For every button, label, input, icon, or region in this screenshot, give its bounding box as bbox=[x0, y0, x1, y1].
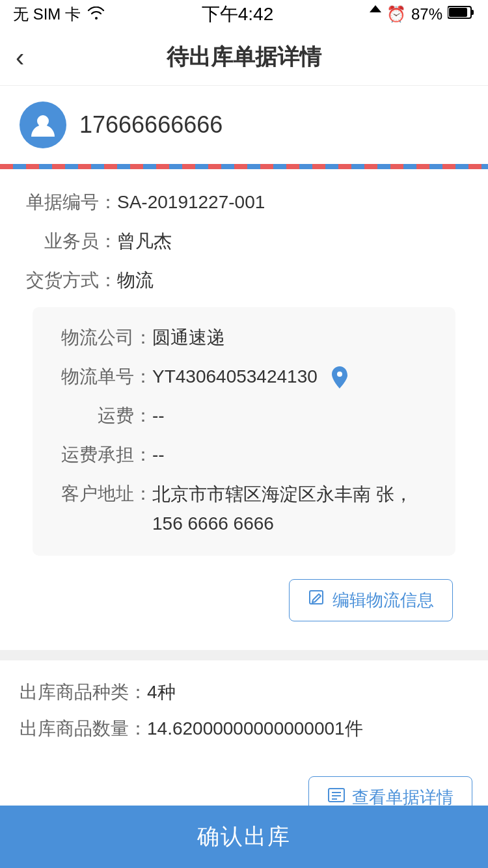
order-id-row: 单据编号： SA-20191227-001 bbox=[20, 189, 468, 216]
confirm-btn-label: 确认出库 bbox=[197, 822, 291, 852]
decorative-divider bbox=[0, 164, 488, 169]
logistics-tracking-value: YT43064053424130 bbox=[152, 363, 440, 390]
person-icon bbox=[29, 111, 57, 139]
freight-bear-row: 运费承担： -- bbox=[48, 441, 440, 468]
back-button[interactable]: ‹ bbox=[16, 44, 24, 70]
order-id-label: 单据编号： bbox=[20, 189, 117, 216]
product-type-row: 出库商品种类： 4种 bbox=[20, 680, 468, 705]
svg-point-5 bbox=[337, 372, 342, 377]
logistics-card: 物流公司： 圆通速递 物流单号： YT43064053424130 运费： -- bbox=[33, 307, 455, 556]
edit-btn-row: 编辑物流信息 bbox=[20, 569, 468, 637]
battery-icon bbox=[448, 5, 475, 23]
staff-value: 曾凡杰 bbox=[117, 228, 468, 255]
product-qty-value: 14.62000000000000001件 bbox=[147, 716, 468, 741]
carrier-label: 无 SIM 卡 bbox=[13, 4, 81, 25]
status-right: ⏰ 87% bbox=[370, 5, 475, 23]
battery-label: 87% bbox=[411, 5, 442, 23]
tracking-number: YT43064053424130 bbox=[152, 363, 318, 390]
customer-phone: 17666666666 bbox=[79, 111, 223, 139]
freight-label: 运费： bbox=[48, 402, 152, 429]
nav-bar: ‹ 待出库单据详情 bbox=[0, 29, 488, 86]
order-id-value: SA-20191227-001 bbox=[117, 189, 468, 216]
product-qty-label: 出库商品数量： bbox=[20, 716, 147, 741]
order-info-section: 单据编号： SA-20191227-001 业务员： 曾凡杰 交货方式： 物流 … bbox=[0, 169, 488, 650]
delivery-row: 交货方式： 物流 bbox=[20, 267, 468, 294]
staff-row: 业务员： 曾凡杰 bbox=[20, 228, 468, 255]
freight-value: -- bbox=[152, 402, 440, 429]
product-qty-row: 出库商品数量： 14.62000000000000001件 bbox=[20, 716, 468, 741]
delivery-value: 物流 bbox=[117, 267, 468, 294]
wifi-icon bbox=[87, 5, 105, 23]
page-title: 待出库单据详情 bbox=[167, 42, 321, 72]
map-pin-icon[interactable] bbox=[327, 364, 353, 390]
edit-icon bbox=[308, 589, 326, 612]
section-separator bbox=[0, 650, 488, 660]
logistics-company-label: 物流公司： bbox=[48, 324, 152, 351]
svg-rect-2 bbox=[449, 8, 467, 17]
status-bar: 无 SIM 卡 下午4:42 ⏰ 87% bbox=[0, 0, 488, 29]
freight-bear-value: -- bbox=[152, 441, 440, 468]
address-value: 北京市市辖区海淀区永丰南 张，156 6666 6666 bbox=[152, 480, 440, 539]
location-status-icon bbox=[370, 5, 381, 23]
product-section: 出库商品种类： 4种 出库商品数量： 14.62000000000000001件 bbox=[0, 660, 488, 766]
logistics-tracking-row: 物流单号： YT43064053424130 bbox=[48, 363, 440, 390]
status-time: 下午4:42 bbox=[202, 2, 274, 27]
avatar bbox=[20, 102, 66, 148]
address-row: 客户地址： 北京市市辖区海淀区永丰南 张，156 6666 6666 bbox=[48, 480, 440, 539]
product-type-label: 出库商品种类： bbox=[20, 680, 147, 705]
product-type-value: 4种 bbox=[147, 680, 468, 705]
edit-logistics-button[interactable]: 编辑物流信息 bbox=[289, 579, 453, 621]
staff-label: 业务员： bbox=[20, 228, 117, 255]
customer-header: 17666666666 bbox=[0, 86, 488, 164]
status-left: 无 SIM 卡 bbox=[13, 4, 105, 25]
freight-row: 运费： -- bbox=[48, 402, 440, 429]
confirm-btn-bar[interactable]: 确认出库 bbox=[0, 806, 488, 868]
logistics-company-value: 圆通速递 bbox=[152, 324, 440, 351]
logistics-company-row: 物流公司： 圆通速递 bbox=[48, 324, 440, 351]
logistics-tracking-label: 物流单号： bbox=[48, 363, 152, 390]
svg-rect-1 bbox=[471, 10, 474, 15]
freight-bear-label: 运费承担： bbox=[48, 441, 152, 468]
alarm-icon: ⏰ bbox=[386, 5, 406, 23]
address-label: 客户地址： bbox=[48, 480, 152, 508]
edit-btn-label: 编辑物流信息 bbox=[332, 589, 434, 612]
delivery-label: 交货方式： bbox=[20, 267, 117, 294]
